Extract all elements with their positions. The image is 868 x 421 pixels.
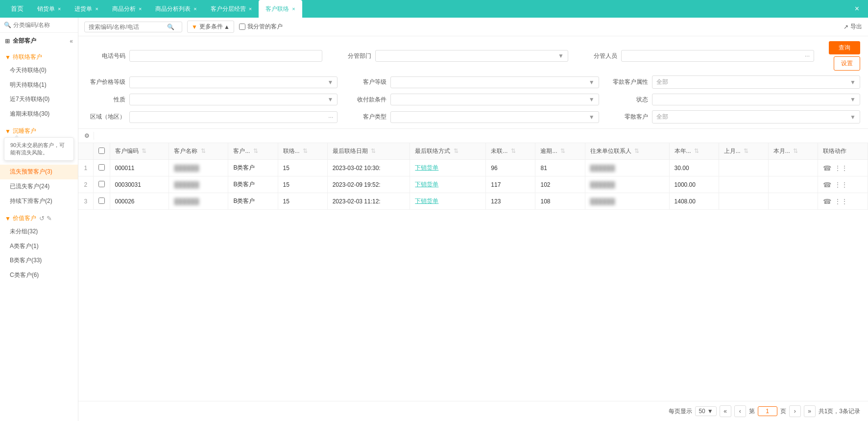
code-sort-icon[interactable]: ⇅ (142, 148, 146, 154)
year-sort-icon[interactable]: ⇅ (694, 148, 699, 154)
manager-select[interactable]: ··· (621, 50, 814, 62)
edit-icon[interactable]: ✎ (47, 215, 52, 222)
close-analysis-list-tab[interactable]: × (193, 6, 196, 12)
row-checkbox-cell[interactable] (93, 176, 110, 193)
nav-tab-customer-contact[interactable]: 客户联络 × (259, 0, 302, 18)
gender-select[interactable]: ▼ (129, 94, 338, 105)
table-gear-btn[interactable]: ⚙ (84, 132, 90, 139)
close-customer-tier-tab[interactable]: × (249, 6, 252, 12)
method-sort-icon[interactable]: ⇅ (454, 148, 458, 154)
refresh-icon[interactable]: ↺ (39, 215, 45, 222)
th-this-year[interactable]: 本年... ⇅ (669, 143, 719, 160)
contact-action-icon[interactable]: ☎ (823, 198, 831, 205)
filter-search-box[interactable]: 🔍 (84, 22, 182, 32)
more-action-icon[interactable]: ⋮⋮ (834, 181, 848, 189)
th-name[interactable]: 客户名称 ⇅ (169, 143, 228, 160)
all-customers-title[interactable]: ⊞ 全部客户 « (0, 33, 78, 49)
th-last-contact-method[interactable]: 最后联络方式 ⇅ (410, 143, 486, 160)
close-sales-tab[interactable]: × (58, 6, 61, 12)
customer-tier-select[interactable]: ▼ (390, 76, 599, 88)
window-close-btn[interactable]: × (850, 4, 864, 13)
row-checkbox[interactable] (98, 181, 105, 187)
nav-tab-customer-tier[interactable]: 客户分层经营 × (204, 0, 259, 18)
sidebar-group-value-title[interactable]: ▼ 价值客户 ↺ ✎ (0, 212, 78, 224)
method-link[interactable]: 下销货单 (415, 181, 438, 188)
next-page-btn[interactable]: › (789, 405, 801, 417)
th-overdue[interactable]: 逾期... ⇅ (535, 143, 585, 160)
sidebar-item-churned[interactable]: 已流失客户(24) (0, 179, 78, 194)
row-checkbox-cell[interactable] (93, 160, 110, 176)
uncontacted-sort-icon[interactable]: ⇅ (511, 148, 516, 154)
th-uncontacted[interactable]: 未联... ⇅ (486, 143, 535, 160)
filter-search-icon[interactable]: 🔍 (167, 24, 174, 30)
sidebar-item-churn-warning[interactable]: 流失预警客户(3) (0, 165, 78, 179)
region-dots[interactable]: ··· (328, 114, 333, 121)
last-page-btn[interactable]: » (804, 405, 816, 417)
query-btn[interactable]: 查询 (829, 41, 860, 54)
collapse-icon[interactable]: « (70, 38, 73, 45)
row-last-method[interactable]: 下销货单 (410, 160, 486, 176)
select-all-checkbox[interactable] (98, 148, 105, 154)
more-action-icon[interactable]: ⋮⋮ (834, 164, 848, 172)
th-type[interactable]: 客户... ⇅ (228, 143, 278, 160)
sidebar-item-class-a[interactable]: A类客户(1) (0, 239, 78, 254)
zero-attr-select[interactable]: 全部 ▼ (652, 75, 860, 89)
close-purchase-tab[interactable]: × (95, 6, 98, 12)
lmonth-sort-icon[interactable]: ⇅ (744, 148, 748, 154)
contact-action-icon[interactable]: ☎ (823, 164, 831, 172)
sidebar-search-box[interactable]: 🔍 (0, 18, 78, 33)
zero-customer-select[interactable]: 全部 ▼ (652, 110, 860, 124)
unit-sort-icon[interactable]: ⇅ (634, 148, 639, 154)
export-btn[interactable]: ↗ 导出 (844, 23, 862, 31)
close-customer-contact-tab[interactable]: × (292, 6, 295, 12)
settings-btn[interactable]: 设置 (834, 56, 860, 71)
nav-tab-sales[interactable]: 销货单 × (30, 0, 68, 18)
row-checkbox-cell[interactable] (93, 193, 110, 210)
th-contacts[interactable]: 联络... ⇅ (278, 143, 327, 160)
my-customers-check[interactable] (239, 24, 245, 30)
page-input[interactable] (758, 406, 777, 416)
sidebar-item-today[interactable]: 今天待联络(0) (0, 63, 78, 78)
row-checkbox[interactable] (98, 164, 105, 171)
tmonth-sort-icon[interactable]: ⇅ (793, 148, 798, 154)
status-select[interactable]: ▼ (652, 94, 860, 105)
sidebar-search-input[interactable] (13, 22, 78, 28)
table-container[interactable]: 客户编码 ⇅ 客户名称 ⇅ 客户... ⇅ 联络... (78, 143, 868, 401)
th-last-contact-date[interactable]: 最后联络日期 ⇅ (327, 143, 410, 160)
sidebar-group-pending-title[interactable]: ▼ 待联络客户 (0, 51, 78, 63)
my-customers-checkbox[interactable]: 我分管的客户 (239, 23, 283, 31)
contact-action-icon[interactable]: ☎ (823, 181, 831, 189)
manager-dots[interactable]: ··· (805, 52, 810, 59)
th-unit-contact[interactable]: 往来单位联系人 ⇅ (585, 143, 669, 160)
nav-tab-purchase[interactable]: 进货单 × (68, 0, 105, 18)
sidebar-item-overdue[interactable]: 逾期未联络(30) (0, 107, 78, 122)
more-conditions-btn[interactable]: ▼ 更多条件 ▲ (187, 21, 234, 33)
price-tier-select[interactable]: ▼ (129, 76, 338, 88)
prev-page-btn[interactable]: ‹ (734, 405, 746, 417)
name-sort-icon[interactable]: ⇅ (201, 148, 206, 154)
th-code[interactable]: 客户编码 ⇅ (110, 143, 169, 160)
contacts-sort-icon[interactable]: ⇅ (303, 148, 308, 154)
nav-home[interactable]: 首页 (4, 4, 30, 13)
more-action-icon[interactable]: ⋮⋮ (834, 198, 848, 205)
overdue-sort-icon[interactable]: ⇅ (560, 148, 565, 154)
sidebar-item-declining[interactable]: 持续下滑客户(2) (0, 194, 78, 209)
sidebar-item-ungrouped[interactable]: 未分组(32) (0, 224, 78, 239)
customer-type-select[interactable]: ▼ (390, 111, 599, 123)
sidebar-item-7days[interactable]: 近7天待联络(0) (0, 92, 78, 107)
nav-tab-analysis-list[interactable]: 商品分析列表 × (148, 0, 203, 18)
page-size-select[interactable]: 50 ▼ (695, 406, 716, 416)
sidebar-item-tomorrow[interactable]: 明天待联络(1) (0, 78, 78, 93)
row-last-method[interactable]: 下销货单 (410, 193, 486, 210)
date-sort-icon[interactable]: ⇅ (371, 148, 376, 154)
dept-select[interactable]: ▼ (375, 50, 568, 62)
sidebar-item-class-b[interactable]: B类客户(33) (0, 253, 78, 268)
th-last-month[interactable]: 上月... ⇅ (719, 143, 768, 160)
th-this-month[interactable]: 本月... ⇅ (768, 143, 818, 160)
region-select[interactable]: ··· (129, 111, 338, 123)
close-analysis-tab[interactable]: × (139, 6, 142, 12)
payment-select[interactable]: ▼ (390, 94, 599, 105)
sidebar-group-dormant-title[interactable]: ▼ 沉睡客户 (0, 125, 78, 137)
sidebar-item-class-c[interactable]: C类客户(6) (0, 268, 78, 283)
first-page-btn[interactable]: « (720, 405, 731, 417)
